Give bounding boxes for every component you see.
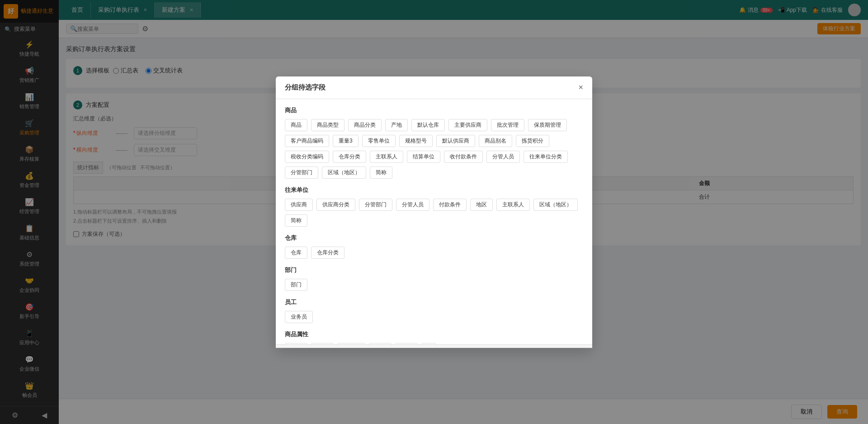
field-tag[interactable]: 简称 [370,167,392,179]
section-title-partner: 往来单位 [285,186,583,194]
field-tag[interactable]: 区域（地区） [533,199,578,211]
field-tag[interactable]: 地区 [470,199,493,211]
field-tags-goods: 商品商品类型商品分类产地默认仓库主要供应商批次管理保质期管理客户商品编码重量3零… [285,119,583,179]
field-tags-warehouse: 仓库仓库分类 [285,247,583,259]
modal-body: 商品商品商品类型商品分类产地默认仓库主要供应商批次管理保质期管理客户商品编码重量… [276,99,592,345]
field-tag[interactable]: 规格型号 [399,135,433,147]
field-tag[interactable]: 拣货积分 [516,135,549,147]
modal-overlay[interactable]: 分组待选字段 × 商品商品商品类型商品分类产地默认仓库主要供应商批次管理保质期管… [0,0,868,424]
field-tag[interactable]: 批次管理 [491,119,524,131]
field-tag[interactable]: 区域（地区） [322,167,366,179]
field-tag[interactable]: 零售单位 [362,135,396,147]
field-tag[interactable]: 主要供应商 [448,119,487,131]
field-tags-department: 部门 [285,279,583,291]
field-tag[interactable]: 商品类型 [311,119,344,131]
section-title-warehouse: 仓库 [285,234,583,242]
field-tag[interactable]: 供应商分类 [316,199,355,211]
field-tag[interactable]: 默认仓库 [411,119,445,131]
field-tag[interactable]: 分管人员 [486,151,520,163]
field-tag[interactable]: 付款条件 [433,199,467,211]
field-tag[interactable]: 税收分类编码 [285,151,329,163]
modal-title: 分组待选字段 [285,83,326,92]
field-tag[interactable]: 重量3 [333,135,359,147]
field-section-partner: 往来单位供应商供应商分类分管部门分管人员付款条件地区主联系人区域（地区）简称 [285,186,583,227]
field-tag[interactable]: 商品 [285,119,307,131]
field-tag[interactable]: 客户商品编码 [285,135,329,147]
field-tag[interactable]: 默认供应商 [436,135,475,147]
field-tags-staff: 业务员 [285,311,583,323]
field-tag[interactable]: 简称 [285,214,307,227]
field-section-warehouse: 仓库仓库仓库分类 [285,234,583,259]
field-select-modal: 分组待选字段 × 商品商品商品类型商品分类产地默认仓库主要供应商批次管理保质期管… [276,76,592,348]
field-tag[interactable]: 商品分类 [348,119,382,131]
section-title-product-attr: 商品属性 [285,330,583,338]
field-tag[interactable]: 商品别名 [479,135,512,147]
section-title-department: 部门 [285,266,583,274]
field-tag[interactable]: 主联系人 [496,199,530,211]
field-section-product-attr: 商品属性属性颜色多规格尺码鞋码1 [285,330,583,345]
field-tag[interactable]: 仓库分类 [311,247,344,259]
field-tag[interactable]: 分管部门 [359,199,392,211]
field-tag[interactable]: 保质期管理 [528,119,567,131]
field-tag[interactable]: 仓库 [285,247,307,259]
modal-close-icon[interactable]: × [578,83,583,92]
section-title-goods: 商品 [285,106,583,114]
field-tag[interactable]: 结算单位 [407,151,440,163]
section-title-staff: 员工 [285,298,583,306]
field-tag[interactable]: 收付款条件 [444,151,483,163]
field-tag[interactable]: 主联系人 [370,151,403,163]
field-section-department: 部门部门 [285,266,583,291]
field-tag[interactable]: 仓库分类 [333,151,366,163]
modal-header: 分组待选字段 × [276,76,592,99]
field-tag[interactable]: 业务员 [285,311,313,323]
field-tag[interactable]: 分管人员 [396,199,429,211]
field-tag[interactable]: 供应商 [285,199,313,211]
field-tag[interactable]: 部门 [285,279,307,291]
field-tags-partner: 供应商供应商分类分管部门分管人员付款条件地区主联系人区域（地区）简称 [285,199,583,227]
field-tag[interactable]: 分管部门 [285,167,318,179]
field-section-staff: 员工业务员 [285,298,583,323]
field-tag[interactable]: 往来单位分类 [524,151,568,163]
field-section-goods: 商品商品商品类型商品分类产地默认仓库主要供应商批次管理保质期管理客户商品编码重量… [285,106,583,179]
field-tag[interactable]: 产地 [385,119,408,131]
